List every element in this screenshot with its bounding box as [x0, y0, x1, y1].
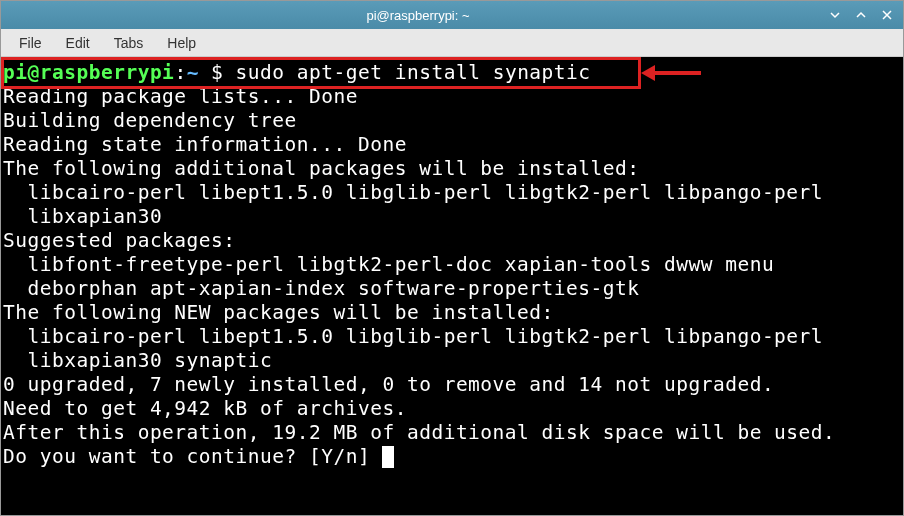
prompt-symbol: $: [199, 61, 236, 84]
minimize-button[interactable]: [827, 7, 843, 23]
terminal-output: Reading package lists... DoneBuilding de…: [3, 85, 901, 469]
prompt-user-host: pi@raspberrypi: [3, 61, 174, 84]
terminal-body[interactable]: pi@raspberrypi:~ $ sudo apt-get install …: [1, 57, 903, 515]
maximize-button[interactable]: [853, 7, 869, 23]
output-line: libfont-freetype-perl libgtk2-perl-doc x…: [3, 253, 901, 277]
output-line: Reading state information... Done: [3, 133, 901, 157]
window-title: pi@raspberrypi: ~: [9, 8, 827, 23]
output-line: After this operation, 19.2 MB of additio…: [3, 421, 901, 445]
terminal-content: pi@raspberrypi:~ $ sudo apt-get install …: [1, 57, 903, 473]
output-line: libcairo-perl libept1.5.0 libglib-perl l…: [3, 181, 901, 205]
menu-bar: File Edit Tabs Help: [1, 29, 903, 57]
menu-tabs[interactable]: Tabs: [104, 31, 154, 55]
close-button[interactable]: [879, 7, 895, 23]
output-line: 0 upgraded, 7 newly installed, 0 to remo…: [3, 373, 901, 397]
window-controls: [827, 7, 895, 23]
output-line: The following additional packages will b…: [3, 157, 901, 181]
output-line: The following NEW packages will be insta…: [3, 301, 901, 325]
terminal-cursor: [382, 446, 394, 468]
menu-file[interactable]: File: [9, 31, 52, 55]
output-line: Need to get 4,942 kB of archives.: [3, 397, 901, 421]
output-line: libcairo-perl libept1.5.0 libglib-perl l…: [3, 325, 901, 349]
chevron-up-icon: [855, 9, 867, 21]
output-line: libxapian30: [3, 205, 901, 229]
prompt-separator: :: [174, 61, 186, 84]
menu-help[interactable]: Help: [157, 31, 206, 55]
output-line: Do you want to continue? [Y/n]: [3, 445, 901, 469]
close-icon: [881, 9, 893, 21]
output-line: Suggested packages:: [3, 229, 901, 253]
chevron-down-icon: [829, 9, 841, 21]
title-bar: pi@raspberrypi: ~: [1, 1, 903, 29]
prompt-path: ~: [187, 61, 199, 84]
command-text: sudo apt-get install synaptic: [236, 61, 591, 84]
menu-edit[interactable]: Edit: [56, 31, 100, 55]
output-line: deborphan apt-xapian-index software-prop…: [3, 277, 901, 301]
output-line: Building dependency tree: [3, 109, 901, 133]
output-line: libxapian30 synaptic: [3, 349, 901, 373]
terminal-window: pi@raspberrypi: ~ File Edit Tabs Help pi…: [0, 0, 904, 516]
output-line: Reading package lists... Done: [3, 85, 901, 109]
